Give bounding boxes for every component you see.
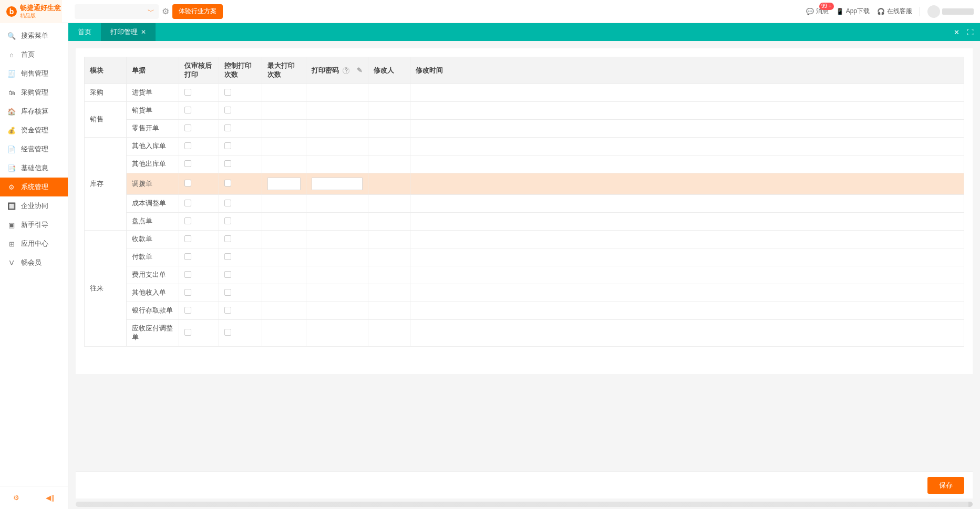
audit-cell: [179, 102, 219, 120]
sidebar-item-sys[interactable]: ⚙系统管理: [0, 178, 68, 196]
checkbox-audit[interactable]: [184, 235, 191, 242]
sidebar-item-guide[interactable]: ▣新手引导: [0, 215, 68, 234]
sidebar-item-coop[interactable]: 🔲企业协同: [0, 196, 68, 215]
messages-button[interactable]: 💬 消息 99 +: [806, 7, 829, 16]
table-row: 应收应付调整单: [85, 320, 964, 347]
save-button[interactable]: 保存: [927, 477, 964, 494]
close-all-icon[interactable]: ✕: [954, 28, 960, 36]
sidebar-item-label: 资金管理: [21, 126, 48, 135]
sidebar-item-label: 采购管理: [21, 88, 48, 97]
sidebar-item-vip[interactable]: V畅会员: [0, 253, 68, 272]
checkbox-control[interactable]: [224, 89, 231, 96]
print-settings-table: 模块 单据 仅审核后打印 控制打印次数 最大打印次数 打印密码 ? ✎ 修改人: [84, 57, 964, 347]
checkbox-control[interactable]: [224, 235, 231, 242]
industry-plan-button[interactable]: 体验行业方案: [172, 4, 223, 19]
close-icon[interactable]: ✕: [141, 28, 146, 36]
checkbox-control[interactable]: [224, 107, 231, 113]
checkbox-audit[interactable]: [184, 142, 191, 149]
doc-cell: 付款单: [127, 248, 179, 266]
checkbox-control[interactable]: [224, 289, 231, 296]
pwd-cell: [306, 320, 368, 347]
max-cell: [262, 102, 306, 120]
gear-icon[interactable]: ⚙: [162, 6, 169, 16]
sidebar-item-purchase[interactable]: 🛍采购管理: [0, 83, 68, 102]
sidebar-item-appc[interactable]: ⊞应用中心: [0, 234, 68, 253]
settings-icon[interactable]: ⚙: [13, 494, 19, 502]
checkbox-audit[interactable]: [184, 289, 191, 296]
tab-bar: 首页打印管理✕ ✕ ⛶: [68, 23, 980, 41]
doc-cell: 收款单: [127, 231, 179, 248]
checkbox-audit[interactable]: [184, 124, 191, 131]
col-modby: 修改人: [368, 57, 410, 84]
user-menu[interactable]: [927, 5, 974, 18]
sidebar-item-home[interactable]: ⌂首页: [0, 45, 68, 64]
checkbox-control[interactable]: [224, 307, 231, 314]
table-row: 库存其他入库单: [85, 138, 964, 155]
sidebar-item-fund[interactable]: 💰资金管理: [0, 121, 68, 140]
checkbox-audit[interactable]: [184, 271, 191, 278]
modtime-cell: [410, 213, 964, 231]
max-cell: [262, 231, 306, 248]
stock-icon: 🏠: [7, 108, 16, 116]
edit-icon[interactable]: ✎: [357, 66, 363, 74]
header-tools: 💬 消息 99 + 📱 App下载 🎧 在线客服: [806, 5, 974, 18]
modtime-cell: [410, 248, 964, 266]
checkbox-control[interactable]: [224, 160, 231, 167]
tab-home[interactable]: 首页: [68, 23, 101, 41]
audit-cell: [179, 302, 219, 320]
audit-cell: [179, 248, 219, 266]
modtime-cell: [410, 195, 964, 213]
doc-cell: 销货单: [127, 102, 179, 120]
tab-print[interactable]: 打印管理✕: [101, 23, 156, 41]
sidebar-item-biz[interactable]: 📄经营管理: [0, 140, 68, 159]
checkbox-audit[interactable]: [184, 329, 191, 336]
checkbox-audit[interactable]: [184, 89, 191, 96]
audit-cell: [179, 320, 219, 347]
online-service-button[interactable]: 🎧 在线客服: [877, 7, 912, 16]
checkbox-control[interactable]: [224, 142, 231, 149]
fullscreen-icon[interactable]: ⛶: [967, 28, 974, 36]
sidebar-item-base[interactable]: 📑基础信息: [0, 159, 68, 178]
collapse-icon[interactable]: ◀∥: [46, 494, 55, 502]
phone-icon: 📱: [836, 8, 844, 15]
checkbox-audit[interactable]: [184, 200, 191, 206]
shop-dropdown[interactable]: ﹀: [75, 4, 159, 19]
print-password-input[interactable]: [312, 178, 363, 190]
sidebar-item-label: 库存核算: [21, 107, 48, 116]
sidebar-item-stock[interactable]: 🏠库存核算: [0, 102, 68, 121]
chevron-down-icon: ﹀: [148, 7, 154, 16]
modby-cell: [368, 302, 410, 320]
checkbox-control[interactable]: [224, 329, 231, 336]
sidebar-item-sales[interactable]: 🧾销售管理: [0, 64, 68, 83]
table-row: 付款单: [85, 248, 964, 266]
pwd-cell: [306, 248, 368, 266]
app-download-button[interactable]: 📱 App下载: [836, 7, 870, 16]
modtime-cell: [410, 320, 964, 347]
checkbox-control[interactable]: [224, 200, 231, 206]
checkbox-audit[interactable]: [184, 160, 191, 167]
bottom-action-bar: 保存: [76, 471, 973, 498]
brand-logo[interactable]: b 畅捷通好生意 精品版: [0, 0, 62, 23]
avatar: [927, 5, 940, 18]
checkbox-control[interactable]: [224, 217, 231, 224]
checkbox-control[interactable]: [224, 124, 231, 131]
sidebar-item-search[interactable]: 🔍搜索菜单: [0, 26, 68, 45]
horizontal-scrollbar[interactable]: [76, 502, 973, 507]
help-icon[interactable]: ?: [343, 67, 349, 74]
control-cell: [219, 213, 262, 231]
table-row: 往来收款单: [85, 231, 964, 248]
doc-cell: 费用支出单: [127, 266, 179, 284]
checkbox-audit[interactable]: [184, 217, 191, 224]
max-print-input[interactable]: [267, 178, 301, 190]
checkbox-control[interactable]: [224, 271, 231, 278]
content-area: 模块 单据 仅审核后打印 控制打印次数 最大打印次数 打印密码 ? ✎ 修改人: [68, 41, 980, 471]
checkbox-control[interactable]: [224, 253, 231, 260]
checkbox-control[interactable]: [224, 180, 231, 186]
checkbox-audit[interactable]: [184, 107, 191, 113]
checkbox-audit[interactable]: [184, 307, 191, 314]
sidebar-item-label: 销售管理: [21, 69, 48, 78]
checkbox-audit[interactable]: [184, 180, 191, 186]
pwd-cell: [306, 284, 368, 302]
checkbox-audit[interactable]: [184, 253, 191, 260]
control-cell: [219, 266, 262, 284]
